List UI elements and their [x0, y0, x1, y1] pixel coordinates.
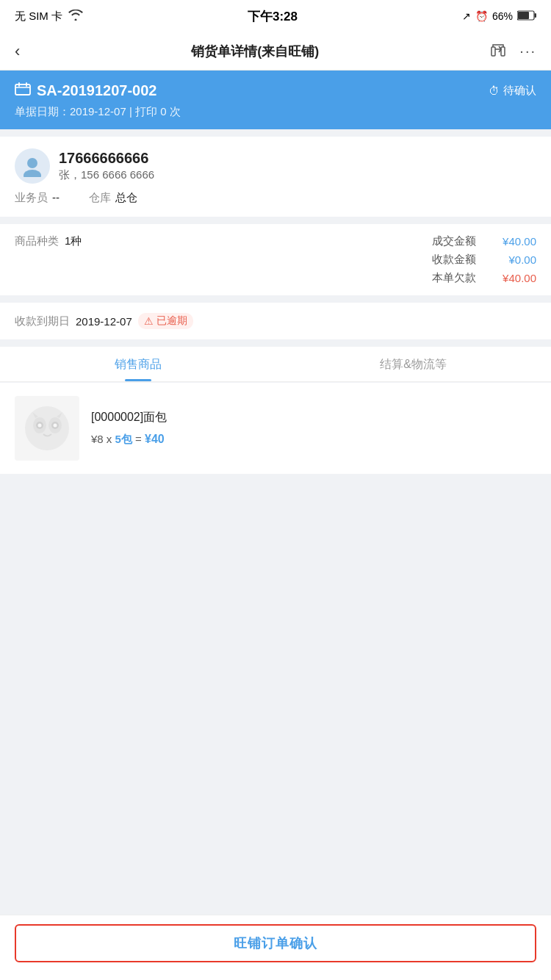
page-title: 销货单详情(来自旺铺) [191, 43, 319, 60]
warehouse: 仓库 总仓 [89, 191, 137, 205]
product-thumbnail [15, 396, 79, 461]
warehouse-label: 仓库 [89, 191, 111, 205]
share-button[interactable] [490, 41, 506, 61]
due-date-card: 收款到期日 2019-12-07 ⚠ 已逾期 [0, 303, 551, 339]
customer-name: 张，156 6666 6666 [59, 168, 154, 182]
due-date-label: 收款到期日 [15, 314, 70, 328]
amount-received: 收款金额 ¥0.00 [432, 253, 536, 267]
customer-card: 17666666666 张，156 6666 6666 业务员 -- 仓库 总仓 [0, 137, 551, 217]
svg-rect-3 [491, 47, 495, 56]
customer-avatar [15, 148, 50, 184]
amount-received-value: ¥0.00 [485, 253, 536, 266]
product-total: ¥40 [145, 433, 165, 445]
status-bar: 无 SIM 卡 下午3:28 ↗ ⏰ 66% [0, 0, 551, 32]
sales-value: -- [52, 191, 60, 205]
order-id: SA-20191207-002 [37, 82, 156, 99]
amount-deal: 成交金额 ¥40.00 [432, 234, 536, 248]
product-code: [0000002] [91, 411, 143, 423]
amount-owed: 本单欠款 ¥40.00 [432, 271, 536, 285]
sales-label: 业务员 [15, 191, 48, 205]
more-button[interactable]: ··· [519, 43, 536, 60]
amount-list: 成交金额 ¥40.00 收款金额 ¥0.00 本单欠款 ¥40.00 [432, 234, 536, 285]
tab-settlement-label: 结算&物流等 [380, 358, 447, 370]
product-item: [0000002]面包 ¥8 x 5包 = ¥40 [0, 383, 551, 474]
battery-icon [517, 10, 536, 23]
tab-sales-products[interactable]: 销售商品 [0, 347, 276, 381]
amount-owed-label: 本单欠款 [432, 271, 476, 285]
confirm-order-button[interactable]: 旺铺订单确认 [15, 924, 536, 962]
svg-point-13 [37, 423, 41, 427]
order-status-text: 待确认 [503, 84, 536, 98]
status-right: ↗ ⏰ 66% [462, 10, 536, 23]
svg-rect-5 [15, 84, 30, 95]
wifi-icon [68, 10, 83, 23]
location-icon: ↗ [462, 10, 471, 22]
sim-icon: 无 SIM 卡 [15, 10, 62, 24]
amount-owed-value: ¥40.00 [485, 272, 536, 284]
overdue-icon: ⚠ [144, 315, 154, 327]
product-thumb-inner [21, 403, 73, 454]
order-header-card: SA-20191207-002 ⏱ 待确认 单据日期：2019-12-07 | … [0, 71, 551, 129]
svg-point-7 [24, 170, 41, 177]
content-space [0, 474, 551, 591]
price-per-unit: ¥8 x [91, 433, 115, 445]
customer-meta: 业务员 -- 仓库 总仓 [15, 191, 536, 205]
amount-deal-label: 成交金额 [432, 234, 476, 248]
tabs-bar: 销售商品 结算&物流等 [0, 347, 551, 382]
product-info: [0000002]面包 ¥8 x 5包 = ¥40 [91, 410, 536, 447]
battery-text: 66% [492, 10, 513, 22]
amount-deal-value: ¥40.00 [485, 235, 536, 248]
status-time: 下午3:28 [248, 8, 298, 25]
order-date: 单据日期：2019-12-07 | 打印 0 次 [15, 105, 536, 119]
nav-actions: ··· [490, 41, 536, 61]
goods-type-label: 商品种类 [15, 234, 59, 248]
svg-rect-4 [501, 47, 505, 56]
order-status: ⏱ 待确认 [489, 84, 536, 98]
tab-settlement-logistics[interactable]: 结算&物流等 [276, 347, 551, 381]
alarm-icon: ⏰ [475, 10, 488, 22]
product-name: [0000002]面包 [91, 410, 536, 425]
svg-rect-2 [534, 13, 536, 18]
customer-info: 17666666666 张，156 6666 6666 [59, 150, 154, 182]
product-quantity: 5包 [115, 433, 132, 445]
sales-person: 业务员 -- [15, 191, 60, 205]
price-equals: = [132, 433, 145, 445]
customer-phone: 17666666666 [59, 150, 154, 167]
amount-received-label: 收款金额 [432, 253, 476, 267]
status-clock-icon: ⏱ [489, 84, 500, 97]
svg-point-14 [53, 423, 57, 427]
goods-type: 商品种类 1种 [15, 234, 82, 248]
warehouse-value: 总仓 [115, 191, 137, 205]
overdue-text: 已逾期 [156, 314, 187, 328]
product-title: 面包 [143, 411, 167, 423]
order-id-row: SA-20191207-002 [15, 82, 156, 99]
amount-card: 商品种类 1种 成交金额 ¥40.00 收款金额 ¥0.00 本单欠款 ¥40.… [0, 224, 551, 295]
overdue-badge: ⚠ 已逾期 [138, 313, 193, 329]
back-button[interactable]: ‹ [15, 42, 20, 61]
tab-sales-products-label: 销售商品 [115, 358, 162, 370]
goods-type-value: 1种 [65, 234, 82, 248]
nav-bar: ‹ 销货单详情(来自旺铺) ··· [0, 32, 551, 71]
status-left: 无 SIM 卡 [15, 10, 83, 24]
bottom-bar: 旺铺订单确认 [0, 915, 551, 980]
product-list: [0000002]面包 ¥8 x 5包 = ¥40 [0, 383, 551, 474]
svg-rect-1 [518, 12, 529, 19]
order-icon [15, 82, 31, 99]
svg-point-8 [25, 406, 69, 450]
svg-point-6 [27, 158, 37, 168]
due-date-value: 2019-12-07 [76, 315, 132, 328]
product-price: ¥8 x 5包 = ¥40 [91, 433, 536, 447]
